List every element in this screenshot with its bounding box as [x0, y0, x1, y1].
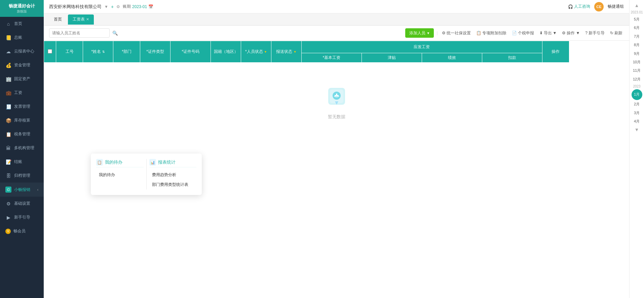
social-security-btn[interactable]: ⚙ 统一社保设置: [441, 30, 472, 36]
nav-down-arrow[interactable]: ▼: [633, 126, 641, 134]
topbar-right: 🎧 人工咨询 CE 畅捷通组: [568, 2, 624, 11]
year-2023-label: 2023: [632, 84, 641, 89]
tab-close-icon[interactable]: ✕: [86, 17, 89, 22]
month-1-active[interactable]: 1月: [632, 89, 642, 100]
report-status-filter-icon[interactable]: ▼: [294, 50, 297, 54]
sidebar-item-label: 库存核算: [14, 118, 30, 123]
empty-text: 暂无数据: [328, 114, 345, 120]
tax-report-btn[interactable]: 📄 个税申报: [510, 30, 535, 36]
sidebar-item-label: 云报表中心: [14, 48, 34, 54]
popup-section-2-title: 报表统计: [158, 159, 176, 165]
month-4[interactable]: 4月: [631, 117, 643, 126]
content-area: 🔍 添加人员 ▼ | ⚙ 统一社保设置 📋 专项附加扣除 📄 个: [44, 26, 629, 298]
sidebar-item-home[interactable]: ⌂ 首页: [0, 17, 44, 31]
tab-salary[interactable]: 工资表 ✕: [68, 14, 94, 25]
settings-icon: ⚙: [5, 201, 11, 206]
month-3[interactable]: 3月: [631, 109, 643, 117]
month-9[interactable]: 9月: [631, 49, 643, 58]
th-number: 工号: [56, 41, 83, 63]
company-name: 西安虾米网络科技有限公司: [49, 4, 102, 10]
help-label: 人工咨询: [574, 4, 590, 9]
sidebar-item-new-guide[interactable]: ▶ 新手引导: [0, 210, 44, 224]
special-deduction-btn[interactable]: 📋 专项附加扣除: [475, 30, 508, 36]
tab-home-label: 首页: [54, 16, 62, 22]
company-dropdown-icon[interactable]: ▼: [104, 4, 108, 9]
add-person-button[interactable]: 添加人员 ▼: [405, 28, 434, 38]
sidebar-item-multi-org[interactable]: 🏛 多机构管理: [0, 141, 44, 155]
sidebar-item-tax[interactable]: 📋 税务管理: [0, 127, 44, 141]
operations-arrow: ▼: [576, 31, 580, 35]
th-ops: 操作: [542, 41, 569, 63]
sidebar-item-xiaochang[interactable]: G 小畅报销 ‹: [0, 183, 44, 197]
help-button[interactable]: 🎧 人工咨询: [568, 4, 590, 9]
month-7[interactable]: 7月: [631, 32, 643, 41]
sidebar-item-fund-mgmt[interactable]: 💰 资金管理: [0, 58, 44, 72]
popup-divider: [146, 159, 147, 190]
salary-table: 工号 *姓名 ⇅ *部门 *证件类型 *证件号码 国籍（地区） *人员状态 ▼: [44, 41, 629, 140]
topbar-left: 西安虾米网络科技有限公司 ▼ + ⚙ 账期 2023-01 📅: [49, 4, 153, 10]
refresh-icon: ↻: [610, 31, 613, 35]
new-guide-label: 新手引导: [589, 30, 605, 36]
popup-cols: 📋 我的待办 我的待办 📊 报表统计 费用趋势分析: [96, 159, 196, 190]
user-name: 畅捷通组: [608, 4, 624, 9]
sidebar-item-invoice[interactable]: 🧾 发票管理: [0, 100, 44, 113]
th-name: *姓名 ⇅: [83, 41, 113, 63]
month-11[interactable]: 11月: [631, 66, 643, 75]
month-10[interactable]: 10月: [631, 58, 643, 66]
search-button[interactable]: 🔍: [112, 31, 118, 36]
settings-company-button[interactable]: ⚙: [116, 4, 120, 9]
sidebar-item-label: 多机构管理: [14, 145, 34, 151]
sidebar-item-label: 工资: [14, 90, 22, 96]
sidebar-item-label: 首页: [14, 21, 22, 27]
th-should-pay-group: 应发工资: [302, 41, 542, 53]
sidebar-item-settlement[interactable]: 📝 结账: [0, 155, 44, 169]
topbar-period: 账期 2023-01 📅: [123, 4, 153, 9]
nav-up-arrow[interactable]: ▲: [633, 1, 641, 9]
archive-icon: 🗄: [5, 173, 11, 178]
select-all-checkbox[interactable]: [48, 49, 52, 54]
month-12[interactable]: 12月: [631, 75, 643, 84]
home-icon: ⌂: [5, 21, 11, 27]
sidebar-item-label: 资金管理: [14, 62, 30, 68]
logo-text: 畅捷通好会计: [9, 3, 35, 9]
sidebar-item-member[interactable]: V 畅会员: [0, 224, 44, 238]
xiaochang-icon: G: [5, 187, 11, 193]
month-5[interactable]: 5月: [631, 15, 643, 24]
building-icon: 🏢: [5, 76, 11, 82]
th-report-status: 报送状态 ▼: [271, 41, 302, 63]
sidebar-item-inventory[interactable]: 📦 库存核算: [0, 113, 44, 127]
month-2[interactable]: 2月: [631, 100, 643, 108]
operations-btn[interactable]: ⚙ 操作 ▼: [561, 30, 581, 36]
sidebar-item-general-ledger[interactable]: 📒 总账: [0, 31, 44, 44]
search-input[interactable]: [49, 28, 110, 38]
sidebar-item-cloud-report[interactable]: ☁ 云报表中心: [0, 44, 44, 58]
special-deduction-label: 专项附加扣除: [482, 30, 506, 36]
person-status-filter-icon[interactable]: ▼: [264, 50, 267, 54]
fund-icon: 💰: [5, 63, 11, 68]
export-btn[interactable]: ⬇ 导出 ▼: [538, 30, 558, 36]
month-6[interactable]: 6月: [631, 24, 643, 32]
calendar-icon[interactable]: 📅: [148, 4, 153, 9]
export-label: 导出: [544, 30, 552, 36]
month-8[interactable]: 8月: [631, 41, 643, 49]
sidebar-item-label: 固定资产: [14, 76, 30, 82]
new-guide-btn[interactable]: ? 新手引导: [584, 30, 606, 36]
main-toolbar: 🔍 添加人员 ▼ | ⚙ 统一社保设置 📋 专项附加扣除 📄 个: [44, 26, 629, 41]
sidebar-item-fixed-assets[interactable]: 🏢 固定资产: [0, 72, 44, 86]
sidebar-item-label: 新手引导: [14, 214, 30, 220]
th-checkbox[interactable]: [44, 41, 56, 63]
sidebar-item-salary[interactable]: 💼 工资: [0, 86, 44, 100]
sidebar-item-basic-settings[interactable]: ⚙ 基础设置: [0, 197, 44, 210]
popup-item-dept-cost[interactable]: 部门费用类型统计表: [149, 180, 197, 190]
social-security-label: 统一社保设置: [447, 30, 471, 36]
main-area: 西安虾米网络科技有限公司 ▼ + ⚙ 账期 2023-01 📅 🎧 人工咨询 C…: [44, 0, 629, 298]
sidebar-item-archive[interactable]: 🗄 归档管理: [0, 169, 44, 183]
popup-col-left: 📋 我的待办 我的待办: [96, 159, 144, 190]
refresh-btn[interactable]: ↻ 刷新: [609, 30, 624, 36]
sort-icon[interactable]: ⇅: [102, 50, 105, 54]
add-company-button[interactable]: +: [111, 4, 114, 9]
tab-home[interactable]: 首页: [49, 14, 67, 25]
popup-item-my-todo[interactable]: 我的待办: [96, 170, 144, 180]
svg-point-4: [335, 94, 336, 95]
popup-item-cost-trend[interactable]: 费用趋势分析: [149, 170, 197, 180]
